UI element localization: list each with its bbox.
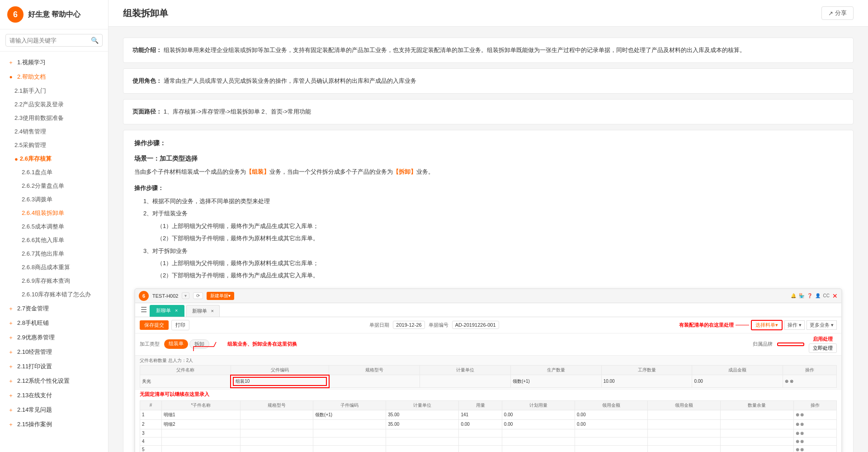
nav-gc-stocktake[interactable]: 2.6.1盘点单 — [20, 166, 108, 179]
share-button[interactable]: ↗ 分享 — [821, 6, 854, 20]
btn-bom[interactable]: 选择料单▾ — [751, 320, 783, 330]
tab-close2[interactable]: × — [211, 308, 214, 314]
app-topbar-left: 6 TEST-H002 ▾ ⟳ 新建单据▾ — [139, 291, 234, 301]
lth-seq: # — [140, 400, 162, 410]
app-icon-user[interactable]: 👤 — [815, 293, 821, 298]
app-sidebar-toggle[interactable]: ☰ — [139, 303, 149, 317]
app-action-toolbar: 保存提交 打印 单据日期 2019-12-26 单据编号 AD-20191226… — [135, 317, 841, 333]
nav-gc-cost-adj[interactable]: 2.6.5成本调整单 — [20, 220, 108, 233]
nav-item-print[interactable]: ＋ 2.11打印设置 — [0, 359, 108, 374]
nav-parent-docs[interactable]: ● 2.帮助文档 — [0, 70, 108, 84]
search-input[interactable] — [9, 37, 91, 44]
child-op2[interactable]: ⊕ ⊗ — [793, 419, 836, 429]
btn-print[interactable]: 打印 — [171, 320, 189, 330]
nav-gc-other-out[interactable]: 2.6.7其他出库单 — [20, 247, 108, 261]
lth-name: *子件名称 — [161, 400, 240, 410]
warehouse-input[interactable] — [777, 343, 804, 346]
annotation1-text: 有装配清单的在这里处理 — [679, 322, 734, 328]
nav-child-purchase[interactable]: 2.5采购管理 — [13, 138, 108, 152]
close-icon[interactable]: ✕ — [832, 292, 838, 300]
nav-child-newcomer[interactable]: 2.1新手入门 — [13, 84, 108, 98]
field-value-no[interactable]: AD-20191226-001 — [452, 321, 499, 329]
btn-more[interactable]: 更多业务 ▾ — [807, 320, 837, 330]
btn-operate[interactable]: 操作 ▾ — [784, 320, 805, 330]
nav-child-sales[interactable]: 2.4销售管理 — [13, 125, 108, 138]
nav-parent-customize[interactable]: ＋ 2.12系统个性化设置 — [0, 374, 108, 388]
path-block: 页面路径： 1、库存核算->库存管理->组装拆卸单 2、首页->常用功能 — [123, 99, 854, 124]
nav-parent-faq[interactable]: ＋ 2.14常见问题 — [0, 403, 108, 417]
child-spec2 — [313, 419, 386, 429]
nav-parent-video[interactable]: ＋ 1.视频学习 — [0, 55, 108, 70]
parent-code-input[interactable]: 组装10 — [233, 377, 327, 386]
app-text-cc: CC — [823, 293, 830, 298]
nav-item-online-pay[interactable]: ＋ 2.13在线支付 — [0, 388, 108, 403]
nav-parent-print[interactable]: ＋ 2.11打印设置 — [0, 359, 108, 374]
app-sync[interactable]: ⟳ — [193, 292, 203, 299]
nav-item-capital[interactable]: ＋ 2.7资金管理 — [0, 301, 108, 316]
nav-child-inventory[interactable]: ● 2.6库存核算 — [13, 152, 108, 166]
cell-parent-code[interactable]: 组装10 — [231, 375, 329, 388]
app-icon-bell[interactable]: 🔔 — [791, 293, 796, 298]
lth-unit: 计量单位 — [386, 400, 459, 410]
nav-child-install[interactable]: 2.2产品安装及登录 — [13, 98, 108, 111]
app-new-btn[interactable]: 新建单据▾ — [207, 292, 234, 300]
nav-label-capital: 2.7资金管理 — [17, 305, 49, 313]
sidebar: 6 好生意 帮助中心 🔍 ＋ 1.视频学习 ● 2.帮助文档 2.1新手入门 — [0, 0, 108, 452]
app-tab-active[interactable]: 新聊单 × — [150, 305, 184, 317]
cell-op[interactable]: ⊕ ⊗ — [783, 375, 837, 388]
app-icon-help[interactable]: ❓ — [807, 293, 812, 298]
child-op1[interactable]: ⊕ ⊗ — [793, 410, 836, 419]
nav-child-dataprep[interactable]: 2.3使用前数据准备 — [13, 111, 108, 125]
lth-code: 规格型号 — [240, 400, 313, 410]
nav-parent-coupon[interactable]: ＋ 2.9优惠券管理 — [0, 330, 108, 345]
role-label: 使用角色： — [132, 77, 162, 84]
nav-parent-capital[interactable]: ＋ 2.7资金管理 — [0, 301, 108, 316]
nav-item-coupon[interactable]: ＋ 2.9优惠券管理 — [0, 330, 108, 345]
lth-qty: 用量 — [459, 400, 502, 410]
path-text: 1、库存核算->库存管理->组装拆卸单 2、首页->常用功能 — [164, 108, 311, 115]
th-parent-code: 父件编码 — [231, 365, 329, 375]
app-icon-shop[interactable]: 🏪 — [799, 293, 804, 298]
nav-item-faq[interactable]: ＋ 2.14常见问题 — [0, 403, 108, 417]
screenshot-wrapper: 6 TEST-H002 ▾ ⟳ 新建单据▾ 🔔 🏪 ❓ 👤 CC — [134, 288, 842, 452]
nav-parent-ops[interactable]: ＋ 2.10经营管理 — [0, 345, 108, 359]
nav-item-customize[interactable]: ＋ 2.12系统个性化设置 — [0, 374, 108, 388]
lth-ops: 操作 — [793, 400, 836, 410]
nav-label-mobile: 2.8手机旺铺 — [17, 319, 49, 327]
plus-icon-print: ＋ — [7, 363, 14, 370]
nav-gc-stock-query[interactable]: 2.6.9库存账本查询 — [20, 274, 108, 288]
cell-unit — [420, 375, 511, 388]
main-content: 功能介绍： 组装拆卸单用来处理企业组装或拆卸等加工业务，支持有固定装配清单的产品… — [108, 27, 868, 452]
nav-gc-cost-recalc[interactable]: 2.6.8商品成本重算 — [20, 261, 108, 274]
lth-remain: 数量余量 — [721, 400, 793, 410]
nav-gc-adjust[interactable]: 2.6.3调拨单 — [20, 193, 108, 206]
tab-close[interactable]: × — [175, 308, 178, 313]
scenario1-desc: 当由多个子件材料组装成一个成品的业务为【组装】业务，当由一个父件拆分成多个子产品… — [134, 167, 842, 177]
nav-item-mobile[interactable]: ＋ 2.8手机旺铺 — [0, 316, 108, 330]
nav-label-video: 1.视频学习 — [17, 58, 46, 67]
child-name2: 明细2 — [161, 419, 240, 429]
app-tab-inactive[interactable]: 新聊单 × — [186, 305, 220, 317]
nav-item-cases[interactable]: ＋ 2.15操作案例 — [0, 417, 108, 432]
plus-icon-coupon: ＋ — [7, 334, 14, 341]
lower-row4: 4⊕ ⊗ — [140, 437, 837, 445]
field-value-date[interactable]: 2019-12-26 — [393, 321, 425, 329]
nav-parent-mobile[interactable]: ＋ 2.8手机旺铺 — [0, 316, 108, 330]
nav-parent-cases[interactable]: ＋ 2.15操作案例 — [0, 417, 108, 432]
type-assemble[interactable]: 组装单 — [164, 339, 188, 349]
btn-save[interactable]: 保存提交 — [140, 320, 169, 330]
nav-parent-online-pay[interactable]: ＋ 2.13在线支付 — [0, 388, 108, 403]
child-remain2 — [721, 419, 793, 429]
btn-enable[interactable]: 立即处理 — [809, 343, 837, 353]
nav-child-label-dataprep: 2.3使用前数据准备 — [14, 114, 64, 122]
nav-gc-partial[interactable]: 2.6.2分量盘点单 — [20, 179, 108, 193]
th-proc-qty: 工序数量 — [601, 365, 692, 375]
nav-gc-other-in[interactable]: 2.6.6其他入库单 — [20, 233, 108, 247]
app-dropdown[interactable]: ▾ — [182, 292, 189, 299]
feature-intro-label: 功能介绍： — [132, 47, 162, 53]
nav-item-docs[interactable]: ● 2.帮助文档 2.1新手入门 2.2产品安装及登录 2.3使用前数据准备 2… — [0, 70, 108, 301]
nav-gc-stock-error[interactable]: 2.6.10库存账本错了怎么办 — [20, 288, 108, 301]
nav-gc-assembly[interactable]: 2.6.4组装拆卸单 — [20, 206, 108, 220]
nav-item-ops[interactable]: ＋ 2.10经营管理 — [0, 345, 108, 359]
nav-item-video[interactable]: ＋ 1.视频学习 — [0, 55, 108, 70]
